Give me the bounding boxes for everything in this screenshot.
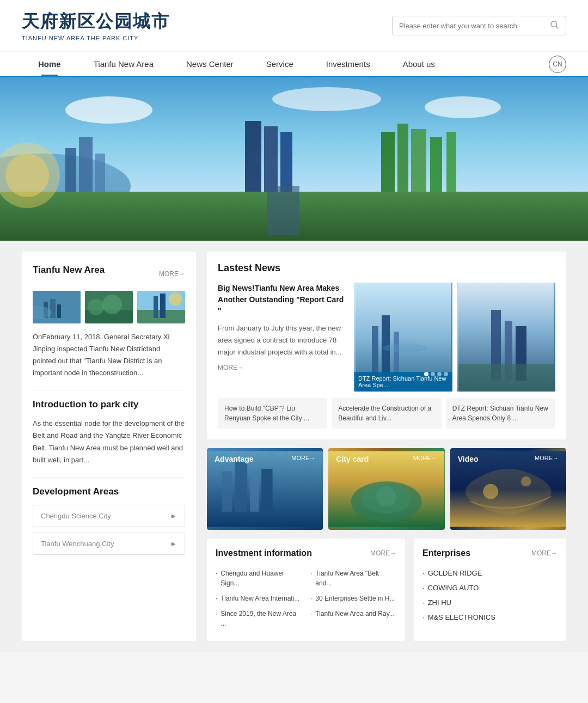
dev-areas-title: Development Areas bbox=[33, 486, 185, 497]
investment-more-button[interactable]: MORE→ bbox=[370, 549, 396, 557]
logo-zh: 天府新区公园城市 bbox=[22, 10, 170, 34]
dot-2 bbox=[431, 372, 435, 376]
svg-rect-11 bbox=[381, 132, 395, 192]
navigation: Home Tianfu New Area News Center Service… bbox=[0, 52, 588, 77]
news-more-button[interactable]: MORE→ bbox=[218, 364, 345, 371]
logo-en: TIANFU NEW AREA THE PARK CITY bbox=[22, 35, 170, 41]
nav-item-tianfu[interactable]: Tianfu New Area bbox=[77, 52, 170, 76]
enterprise-item-3[interactable]: ZHI HU bbox=[422, 595, 558, 610]
svg-point-40 bbox=[383, 344, 426, 352]
media-card-advantage[interactable]: Advantage MORE→ bbox=[207, 448, 323, 530]
nav-item-service[interactable]: Service bbox=[250, 52, 310, 76]
news-section: Lastest News Big News!Tianfu New Area Ma… bbox=[207, 252, 566, 439]
invest-item-3[interactable]: Since 2019, the New Area ... bbox=[216, 606, 302, 631]
invest-item-4[interactable]: Tianfu New Area "Belt and... bbox=[310, 566, 396, 591]
media-card-citycard[interactable]: City card MORE→ bbox=[328, 448, 444, 530]
media-card-citycard-label: City card bbox=[336, 455, 369, 463]
svg-rect-13 bbox=[411, 129, 426, 192]
dot-4 bbox=[444, 372, 448, 376]
svg-rect-15 bbox=[446, 132, 456, 192]
chevron-right-icon: ► bbox=[170, 512, 177, 520]
svg-rect-33 bbox=[154, 296, 158, 318]
search-box[interactable] bbox=[392, 16, 566, 35]
dev-area-science-city[interactable]: Chengdu Science City ► bbox=[33, 505, 185, 527]
svg-rect-25 bbox=[57, 304, 61, 318]
svg-rect-14 bbox=[430, 137, 442, 192]
svg-point-21 bbox=[425, 96, 501, 118]
svg-point-58 bbox=[521, 476, 531, 487]
header: 天府新区公园城市 TIANFU NEW AREA THE PARK CITY bbox=[0, 0, 588, 52]
news-bottom-card-2[interactable]: Accelerate the Construction of a Beautif… bbox=[332, 398, 441, 429]
svg-rect-5 bbox=[65, 148, 76, 192]
search-input[interactable] bbox=[399, 22, 549, 30]
svg-point-35 bbox=[169, 292, 182, 305]
svg-rect-24 bbox=[50, 299, 56, 318]
media-card-video-more[interactable]: MORE→ bbox=[535, 455, 559, 461]
investment-col-1: Chengdu and Huawei Sign... Tianfu New Ar… bbox=[216, 566, 302, 631]
dev-area-label-1: Chengdu Science City bbox=[41, 512, 111, 520]
investment-list: Chengdu and Huawei Sign... Tianfu New Ar… bbox=[216, 566, 396, 631]
tianfu-title: Tianfu New Area bbox=[33, 265, 105, 276]
svg-rect-8 bbox=[245, 121, 261, 192]
investment-header: Investment information MORE→ bbox=[216, 548, 396, 558]
svg-rect-34 bbox=[160, 294, 166, 318]
nav-item-about[interactable]: About us bbox=[387, 52, 451, 76]
logo: 天府新区公园城市 TIANFU NEW AREA THE PARK CITY bbox=[22, 10, 170, 41]
svg-rect-10 bbox=[280, 132, 292, 192]
svg-point-55 bbox=[376, 486, 396, 506]
news-images-group: DTZ Report: Sichuan Tianfu New Area Spe.… bbox=[354, 283, 555, 392]
thumbnail-row bbox=[33, 291, 185, 323]
svg-point-0 bbox=[551, 21, 557, 27]
tianfu-more-button[interactable]: MORE→ bbox=[159, 270, 185, 278]
cn-language-button[interactable]: CN bbox=[549, 56, 566, 73]
svg-rect-48 bbox=[222, 472, 232, 512]
svg-point-20 bbox=[272, 87, 381, 111]
svg-rect-7 bbox=[95, 154, 105, 192]
nav-item-news[interactable]: News Center bbox=[170, 52, 250, 76]
invest-item-1[interactable]: Chengdu and Huawei Sign... bbox=[216, 566, 302, 591]
invest-item-2[interactable]: Tianfu New Area Internati... bbox=[216, 591, 302, 606]
thumb-2 bbox=[85, 291, 133, 323]
nav-item-investments[interactable]: Investments bbox=[310, 52, 387, 76]
news-image-main: DTZ Report: Sichuan Tianfu New Area Spe.… bbox=[354, 283, 452, 392]
invest-item-6[interactable]: Tianfu New Area and Ray... bbox=[310, 606, 396, 621]
media-card-advantage-more[interactable]: MORE→ bbox=[291, 455, 315, 461]
media-card-citycard-more[interactable]: MORE→ bbox=[413, 455, 437, 461]
news-image-dots bbox=[424, 372, 448, 376]
enterprises-section: Enterprises MORE→ GOLDEN RIDGE COWING AU… bbox=[414, 539, 566, 641]
divider-2 bbox=[33, 477, 185, 478]
chevron-right-icon-2: ► bbox=[170, 540, 177, 548]
svg-point-17 bbox=[5, 154, 49, 197]
park-title: Introduction to park city bbox=[33, 399, 185, 410]
svg-rect-49 bbox=[235, 461, 247, 512]
svg-rect-51 bbox=[261, 469, 272, 512]
dev-area-label-2: Tianfu Wenchuang City bbox=[41, 540, 114, 548]
tianfu-section-header: Tianfu New Area MORE→ bbox=[33, 265, 185, 283]
enterprises-more-button[interactable]: MORE→ bbox=[531, 549, 558, 557]
investment-title: Investment information bbox=[216, 548, 312, 558]
investment-col-2: Tianfu New Area "Belt and... 30 Enterpri… bbox=[310, 566, 396, 631]
media-card-video-label: Video bbox=[458, 455, 479, 463]
news-image-secondary bbox=[457, 283, 555, 392]
svg-line-1 bbox=[556, 26, 558, 28]
hero-banner bbox=[0, 77, 588, 241]
svg-point-30 bbox=[102, 295, 122, 314]
invest-item-5[interactable]: 30 Enterprises Settle in H... bbox=[310, 591, 396, 606]
nav-item-home[interactable]: Home bbox=[22, 52, 77, 76]
thumb-3 bbox=[137, 291, 185, 323]
news-bottom-card-3[interactable]: DTZ Report: Sichuan Tianfu New Area Spen… bbox=[446, 398, 555, 429]
left-panel: Tianfu New Area MORE→ OnFebruary 11, 201… bbox=[22, 252, 196, 641]
thumb-1 bbox=[33, 291, 81, 323]
investment-section: Investment information MORE→ Chengdu and… bbox=[207, 539, 405, 641]
right-panel: Lastest News Big News!Tianfu New Area Ma… bbox=[207, 252, 566, 641]
enterprise-item-4[interactable]: M&S ELECTRONICS bbox=[422, 610, 558, 625]
enterprise-item-2[interactable]: COWING AUTO bbox=[422, 580, 558, 595]
hero-image bbox=[0, 77, 588, 241]
dev-area-wenchuang[interactable]: Tianfu Wenchuang City ► bbox=[33, 533, 185, 555]
media-card-video[interactable]: Video MORE→ bbox=[450, 448, 566, 530]
news-title: Lastest News bbox=[218, 262, 555, 274]
svg-rect-50 bbox=[250, 476, 259, 512]
news-bottom-card-1[interactable]: How to Build "CBP"? Liu Renyuan Spoke at… bbox=[218, 398, 327, 429]
enterprise-item-1[interactable]: GOLDEN RIDGE bbox=[422, 566, 558, 580]
news-bottom-cards: How to Build "CBP"? Liu Renyuan Spoke at… bbox=[218, 398, 555, 429]
